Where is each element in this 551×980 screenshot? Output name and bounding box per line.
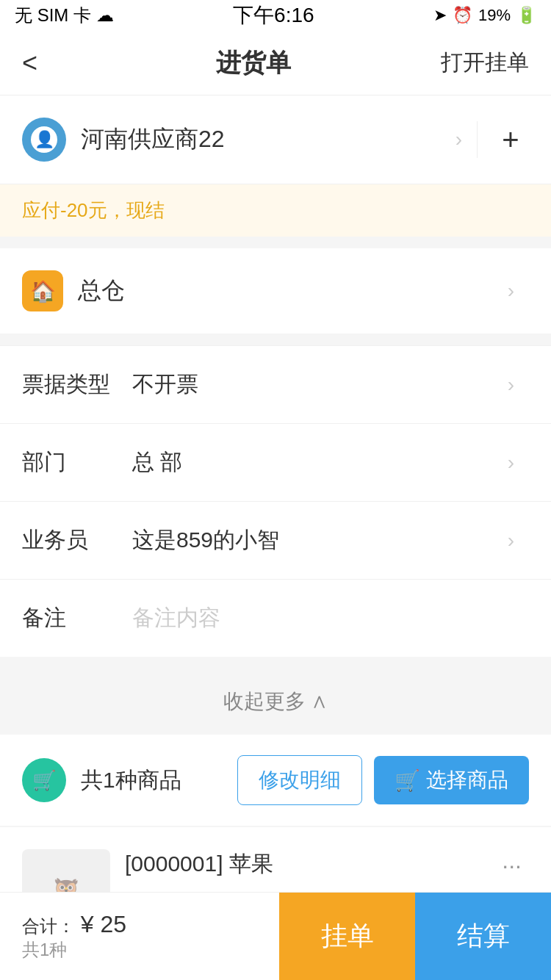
add-supplier-button[interactable]: + (492, 123, 529, 156)
edit-detail-button[interactable]: 修改明细 (237, 755, 362, 805)
remark-label: 备注 (22, 603, 118, 633)
ticket-type-value: 不开票 (118, 370, 508, 400)
back-button[interactable]: < (22, 48, 66, 79)
salesperson-label: 业务员 (22, 525, 118, 555)
supplier-alert: 应付-20元，现结 (0, 184, 551, 237)
form-section: 票据类型 不开票 › 部门 总 部 › 业务员 这是859的小智 › 备注 备注… (0, 345, 551, 657)
bottom-bar: 合计： ¥ 25 共1种 挂单 结算 (0, 892, 551, 980)
status-right: ➤ ⏰ 19% 🔋 (433, 6, 536, 25)
chevron-right-icon: › (508, 279, 514, 303)
total-section: 合计： ¥ 25 共1种 (0, 911, 279, 962)
chevron-right-icon: › (508, 451, 514, 475)
status-time: 下午6:16 (233, 1, 314, 29)
department-value: 总 部 (118, 447, 508, 478)
location-icon: ➤ (433, 6, 447, 25)
checkout-button[interactable]: 结算 (415, 893, 551, 981)
warehouse-row[interactable]: 🏠 总仓 › (0, 248, 551, 334)
battery-level: 19% (478, 6, 511, 25)
sim-status: 无 SIM 卡 ☁ (15, 4, 114, 27)
total-count: 共1种 (22, 938, 257, 962)
warehouse-name: 总仓 (78, 275, 508, 307)
nav-bar: < 进货单 打开挂单 (0, 31, 551, 96)
supplier-section: 👤 河南供应商22 › + 应付-20元，现结 (0, 96, 551, 237)
warehouse-icon: 🏠 (22, 270, 63, 311)
battery-icon: 🔋 (516, 6, 536, 25)
status-left: 无 SIM 卡 ☁ (15, 4, 114, 27)
supplier-row[interactable]: 👤 河南供应商22 › + (0, 96, 551, 184)
remark-input[interactable]: 备注内容 (118, 603, 529, 633)
product-count: 共1种商品 (81, 765, 237, 796)
select-product-label: 选择商品 (426, 766, 508, 794)
divider (477, 121, 478, 158)
select-product-button[interactable]: 🛒 选择商品 (374, 756, 529, 804)
salesperson-row[interactable]: 业务员 这是859的小智 › (0, 501, 551, 579)
warehouse-section: 🏠 总仓 › (0, 248, 551, 334)
hold-button[interactable]: 挂单 (279, 893, 415, 981)
department-label: 部门 (22, 447, 118, 478)
status-bar: 无 SIM 卡 ☁ 下午6:16 ➤ ⏰ 19% 🔋 (0, 0, 551, 31)
chevron-right-icon: › (508, 373, 514, 397)
remark-row[interactable]: 备注 备注内容 (0, 579, 551, 657)
total-row: 合计： ¥ 25 (22, 911, 257, 938)
chevron-right-icon: › (508, 529, 514, 552)
person-icon: 👤 (31, 126, 57, 153)
avatar: 👤 (22, 118, 66, 162)
total-label: 合计： (22, 916, 75, 936)
department-row[interactable]: 部门 总 部 › (0, 423, 551, 501)
chevron-right-icon: › (455, 128, 462, 151)
product-name: [0000001] 苹果 (125, 849, 480, 879)
cart-icon: 🛒 (395, 768, 420, 793)
salesperson-value: 这是859的小智 (118, 525, 508, 555)
alarm-icon: ⏰ (453, 6, 472, 25)
supplier-name: 河南供应商22 (81, 123, 455, 156)
product-bag-icon: 🛒 (22, 758, 66, 802)
product-more-button[interactable]: ··· (494, 849, 529, 882)
page-title: 进货单 (216, 46, 291, 80)
total-amount: ¥ 25 (81, 911, 126, 937)
product-header: 🛒 共1种商品 修改明细 🛒 选择商品 (0, 735, 551, 826)
collapse-button[interactable]: 收起更多 ∧ (0, 669, 551, 735)
ticket-type-row[interactable]: 票据类型 不开票 › (0, 345, 551, 423)
ticket-type-label: 票据类型 (22, 370, 118, 400)
open-hold-button[interactable]: 打开挂单 (441, 48, 529, 78)
